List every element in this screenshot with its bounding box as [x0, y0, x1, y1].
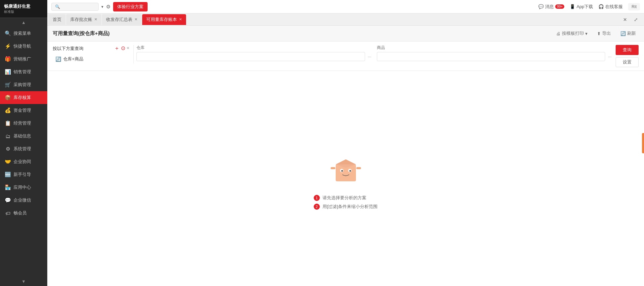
logo-sub: 标准版: [4, 9, 43, 14]
product-input[interactable]: [377, 52, 606, 61]
message-label: 消息: [545, 4, 554, 10]
query-area: 按以下方案查询 ＋ ⊙ « 🔄 仓库+商品 仓库: [47, 42, 644, 71]
tip-text-2: 用[过滤]条件来缩小分析范围: [323, 204, 378, 210]
sidebar-item-enterprise[interactable]: 🤝 企业协同: [0, 155, 47, 168]
topbar-gear-icon[interactable]: ⚙: [106, 4, 110, 10]
topbar-search-box[interactable]: 🔍: [51, 3, 99, 11]
main-content: 🔍 ▾ ⚙ 体验行业方案 💬 消息 99+ 📱 App下载 🎧 在线客服 Rit: [47, 0, 644, 286]
sidebar-item-purchase[interactable]: 🛒 采购管理: [0, 78, 47, 91]
app-download-btn[interactable]: 📱 App下载: [570, 4, 593, 10]
page-header: 可用量查询(按仓库+商品) 🖨 按模板打印 ▾ ⬆ 导出 🔄 刷新: [47, 26, 644, 42]
tabs-bar: 首页库存批次账✕收发存汇总表✕可用量库存账本✕ ✕ ⤢: [47, 14, 644, 26]
app-download-label: App下载: [576, 4, 593, 10]
sidebar-scroll-up[interactable]: ▲: [0, 18, 47, 27]
tip-num-2: 2: [314, 204, 320, 210]
collapse-scheme-btn[interactable]: «: [127, 45, 129, 52]
sidebar-item-appstore[interactable]: 🏪 应用中心: [0, 181, 47, 194]
sidebar-label-enterprise: 企业协同: [14, 159, 31, 165]
topbar: 🔍 ▾ ⚙ 体验行业方案 💬 消息 99+ 📱 App下载 🎧 在线客服 Rit: [47, 0, 644, 14]
tip-num-1: 1: [314, 195, 320, 201]
svg-point-6: [349, 170, 351, 172]
settings-scheme-btn[interactable]: ⊙: [121, 45, 125, 52]
filter-warehouse: 仓库 ···: [136, 45, 373, 61]
shortcut-icon: ⚡: [5, 43, 11, 49]
tab-close-summary[interactable]: ✕: [134, 17, 137, 22]
system-icon: ⚙: [5, 146, 11, 152]
print-btn[interactable]: 🖨 按模板打印 ▾: [553, 29, 590, 38]
appstore-icon: 🏪: [5, 184, 11, 190]
sidebar-item-wechat[interactable]: 💬 企业微信: [0, 194, 47, 207]
message-badge: 99+: [555, 4, 564, 9]
query-scheme-header: 按以下方案查询 ＋ ⊙ «: [53, 45, 129, 52]
operation-icon: 📋: [5, 120, 11, 126]
search-icon: 🔍: [5, 30, 11, 36]
product-filter-label: 商品: [377, 45, 613, 51]
scheme-icon: 🔄: [55, 56, 61, 62]
sidebar-item-finance[interactable]: 💰 资金管理: [0, 104, 47, 117]
online-service-label: 在线客服: [605, 4, 623, 10]
sidebar-label-system: 系统管理: [14, 146, 31, 152]
topbar-right: 💬 消息 99+ 📱 App下载 🎧 在线客服 Rit: [538, 3, 640, 10]
sidebar-item-sales[interactable]: 📊 销售管理: [0, 66, 47, 78]
sidebar-scroll-down[interactable]: ▼: [0, 277, 47, 286]
settings-btn[interactable]: 设置: [616, 57, 639, 67]
message-btn[interactable]: 💬 消息 99+: [538, 4, 564, 10]
tip-text-1: 请先选择要分析的方案: [323, 195, 366, 201]
tab-summary[interactable]: 收发存汇总表✕: [102, 14, 141, 25]
refresh-label: 刷新: [627, 30, 636, 36]
product-more-btn[interactable]: ···: [607, 53, 613, 60]
sidebar-item-system[interactable]: ⚙ 系统管理: [0, 142, 47, 155]
sidebar-item-newbie[interactable]: 🆕 新手引导: [0, 168, 47, 181]
marketing-icon: 🎁: [5, 56, 11, 62]
sidebar-item-inventory[interactable]: 📦 库存核算: [0, 91, 47, 104]
topbar-dropdown[interactable]: ▾: [101, 4, 103, 9]
sales-icon: 📊: [5, 69, 11, 75]
query-btn[interactable]: 查询: [616, 45, 639, 55]
empty-tip-2: 2 用[过滤]条件来缩小分析范围: [314, 204, 378, 210]
sidebar-label-shortcut: 快捷导航: [14, 43, 31, 49]
query-section-title: 按以下方案查询: [53, 46, 83, 52]
tab-batch[interactable]: 库存批次账✕: [66, 14, 101, 25]
sidebar-item-operation[interactable]: 📋 经营管理: [0, 117, 47, 130]
refresh-btn[interactable]: 🔄 刷新: [618, 29, 639, 38]
add-scheme-btn[interactable]: ＋: [114, 45, 120, 52]
warehouse-input[interactable]: [136, 52, 365, 61]
tab-available[interactable]: 可用量库存账本✕: [142, 14, 186, 25]
sidebar: 畅康通好生意 标准版 ▲ 🔍 搜索菜单⚡ 快捷导航🎁 营销推广📊 销售管理🛒 采…: [0, 0, 47, 286]
filter-product: 商品 ···: [377, 45, 613, 61]
content-area: 可用量查询(按仓库+商品) 🖨 按模板打印 ▾ ⬆ 导出 🔄 刷新: [47, 26, 644, 286]
finance-icon: 💰: [5, 107, 11, 113]
wechat-icon: 💬: [5, 197, 11, 203]
tab-close-batch[interactable]: ✕: [94, 17, 97, 22]
sidebar-item-member[interactable]: 🏷 畅会员: [0, 207, 47, 219]
sidebar-item-marketing[interactable]: 🎁 营销推广: [0, 53, 47, 66]
tab-maximize-btn[interactable]: ⤢: [632, 16, 640, 24]
sidebar-label-search: 搜索菜单: [14, 30, 31, 36]
svg-rect-7: [331, 167, 335, 169]
tab-close-btn[interactable]: ✕: [621, 16, 629, 24]
member-icon: 🏷: [5, 210, 11, 216]
user-menu[interactable]: Rit: [628, 3, 640, 10]
sidebar-label-inventory: 库存核算: [14, 95, 31, 101]
online-service-btn[interactable]: 🎧 在线客服: [598, 4, 623, 10]
query-filters: 仓库 ··· 商品 ···: [136, 45, 613, 61]
warehouse-more-btn[interactable]: ···: [366, 53, 373, 60]
sidebar-label-newbie: 新手引导: [14, 172, 31, 178]
tab-home[interactable]: 首页: [49, 14, 66, 25]
basic-icon: 🗂: [5, 133, 11, 139]
scheme-item-warehouse-product[interactable]: 🔄 仓库+商品: [53, 55, 129, 63]
sidebar-label-basic: 基础信息: [14, 133, 31, 139]
sidebar-label-sales: 销售管理: [14, 69, 31, 75]
logo-title: 畅康通好生意: [4, 3, 43, 9]
sidebar-item-basic[interactable]: 🗂 基础信息: [0, 130, 47, 142]
export-btn[interactable]: ⬆ 导出: [594, 29, 614, 38]
warehouse-filter-label: 仓库: [136, 45, 373, 51]
empty-svg: [326, 148, 366, 188]
sidebar-label-member: 畅会员: [14, 210, 27, 216]
sidebar-item-search[interactable]: 🔍 搜索菜单: [0, 27, 47, 40]
sidebar-item-shortcut[interactable]: ⚡ 快捷导航: [0, 40, 47, 53]
tab-close-available[interactable]: ✕: [179, 17, 182, 22]
right-scroll-handle[interactable]: [642, 133, 644, 153]
industry-btn[interactable]: 体验行业方案: [113, 2, 148, 11]
export-label: 导出: [602, 30, 611, 36]
